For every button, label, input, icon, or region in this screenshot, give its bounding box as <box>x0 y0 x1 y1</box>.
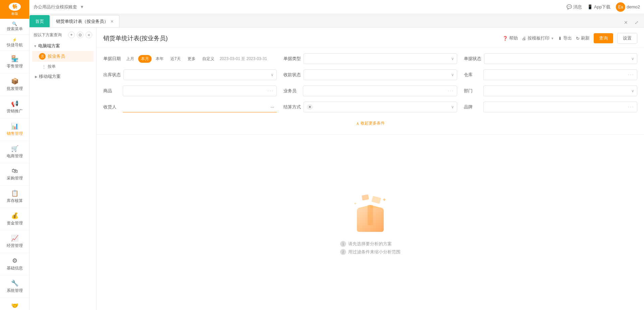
system-label: 系统管理 <box>1 288 28 294</box>
sidebar-item-system[interactable]: 🔧 系统管理 <box>0 275 29 298</box>
retail-icon: 🏪 <box>1 55 28 62</box>
query-btn[interactable]: 查询 <box>594 33 613 43</box>
payment-label: 结算方式 <box>283 104 301 110</box>
svg-rect-3 <box>362 194 369 200</box>
salesperson-scheme-label: 按业务员 <box>48 53 65 59</box>
goods-label: 商品 <box>103 88 120 94</box>
collapse-bar[interactable]: ∧ 收起更多条件 <box>103 118 637 129</box>
payment-tag[interactable]: × <box>307 104 313 110</box>
date-btn-this-year[interactable]: 本年 <box>153 55 166 63</box>
filter-salesperson: 业务员 ··· <box>283 86 457 96</box>
app-download-btn[interactable]: 📱 App下载 <box>587 4 610 10</box>
sidebar-item-basic[interactable]: ⚙ 基础信息 <box>0 253 29 275</box>
salesperson-input[interactable]: ··· <box>303 86 457 96</box>
refresh-btn[interactable]: ↻ 刷新 <box>576 35 590 41</box>
dept-input[interactable]: ∨ <box>483 86 637 96</box>
operation-label: 经营管理 <box>1 243 28 249</box>
scheme-item-salesperson[interactable]: 员 按业务员 <box>32 51 94 62</box>
sidebar-item-ecommerce[interactable]: 🛒 电商管理 <box>0 141 29 163</box>
filter-collect-status: 收款状态 ∨ <box>283 69 457 80</box>
date-btn-more[interactable]: 更多 <box>185 55 198 63</box>
sidebar-item-wholesale[interactable]: 📦 批发管理 <box>0 73 29 96</box>
receiver-input[interactable]: ··· <box>123 102 277 112</box>
sidebar-item-sales[interactable]: 📊 销售管理 <box>0 118 29 141</box>
enterprise-icon: 🤝 <box>1 302 28 309</box>
window-expand-btn[interactable]: ⤢ <box>632 18 641 27</box>
add-scheme-btn[interactable]: + <box>68 32 75 38</box>
tab-home[interactable]: 首页 <box>30 15 50 27</box>
retail-label: 零售管理 <box>1 63 28 69</box>
scheme-item-order[interactable]: ⋮ 按单 <box>32 62 94 71</box>
warehouse-label: 仓库 <box>464 72 481 78</box>
sidebar-item-operation[interactable]: 📈 经营管理 <box>0 230 29 253</box>
salesperson-label: 业务员 <box>283 88 300 94</box>
payment-chevron: ∨ <box>451 105 454 109</box>
message-btn[interactable]: 💬 消息 <box>567 4 582 10</box>
finance-label: 资金管理 <box>1 220 28 226</box>
wholesale-label: 批发管理 <box>1 86 28 92</box>
sidebar-item-enterprise[interactable]: 🤝 企业协同 <box>0 298 29 310</box>
logo-icon: 畅 <box>9 3 21 11</box>
tab-close-icon[interactable]: ✕ <box>110 19 114 24</box>
date-btn-7days[interactable]: 近7天 <box>168 55 183 63</box>
brand-input[interactable]: ··· <box>483 102 637 112</box>
topbar-right: 💬 消息 📱 App下载 Ea demo2 <box>567 2 640 12</box>
out-status-input[interactable]: ∨ <box>123 69 277 80</box>
payment-input[interactable]: × ∨ <box>304 102 457 112</box>
sidebar-item-marketing[interactable]: 📢 营销推广 <box>0 96 29 118</box>
sidebar-item-retail[interactable]: 🏪 零售管理 <box>0 51 29 73</box>
tab-sales-report[interactable]: 销货单统计表（按业务员） ✕ <box>50 15 119 27</box>
left-panel-header: 按以下方案查询 + ⊙ « <box>30 32 96 41</box>
sidebar-item-purchase[interactable]: 🛍 采购管理 <box>0 163 29 186</box>
window-close-btn[interactable]: ✕ <box>621 18 631 27</box>
filter-area: 单据日期 上月 本月 本年 近7天 更多 自定义 2023-03-01 至 20… <box>97 48 644 135</box>
date-btn-last-month[interactable]: 上月 <box>123 55 137 63</box>
date-btn-this-month[interactable]: 本月 <box>138 55 152 63</box>
right-panel: 销货单统计表(按业务员) ❓ 帮助 🖨 按模板打印 ▼ ⬇ 导出 <box>97 28 644 310</box>
date-label: 单据日期 <box>103 56 121 62</box>
collect-status-input[interactable]: ∨ <box>304 69 457 80</box>
doc-status-label: 单据状态 <box>464 56 481 62</box>
brand-dots: ··· <box>628 104 634 110</box>
collect-status-chevron: ∨ <box>451 72 454 77</box>
export-btn[interactable]: ⬇ 导出 <box>558 35 572 41</box>
sales-icon: 📊 <box>1 122 28 130</box>
filter-doc-type: 单据类型 ∨ <box>283 53 457 64</box>
marketing-label: 营销推广 <box>1 108 28 114</box>
inventory-label: 库存核算 <box>1 198 28 204</box>
topbar-dropdown-icon[interactable]: ▼ <box>80 4 84 9</box>
collapse-scheme-btn[interactable]: « <box>86 32 92 38</box>
purchase-label: 采购管理 <box>1 175 28 181</box>
sidebar-item-inventory[interactable]: 📋 库存核算 <box>0 186 29 208</box>
print-btn[interactable]: 🖨 按模板打印 ▼ <box>522 35 554 41</box>
finance-icon: 💰 <box>1 212 28 219</box>
order-scheme-label: 按单 <box>48 64 56 69</box>
pc-scheme-title[interactable]: ▼ 电脑端方案 <box>32 41 94 51</box>
collapse-icon: ∧ <box>356 121 359 126</box>
help-label: 帮助 <box>509 35 518 41</box>
sidebar-search[interactable]: 🔍 搜索菜单 <box>0 19 29 35</box>
settings-btn[interactable]: 设置 <box>617 33 637 44</box>
salesperson-scheme-icon: 员 <box>39 53 46 60</box>
empty-illustration: ✦ ✦ <box>343 190 397 237</box>
warehouse-input[interactable]: ··· <box>483 69 637 80</box>
message-label: 消息 <box>573 4 582 10</box>
filter-receiver: 收货人 ··· <box>103 102 277 112</box>
doc-type-input[interactable]: ∨ <box>304 53 457 64</box>
sidebar-item-finance[interactable]: 💰 资金管理 <box>0 208 29 230</box>
ecommerce-label: 电商管理 <box>1 153 28 159</box>
mobile-scheme-group[interactable]: ▶ 移动端方案 <box>30 71 96 82</box>
doc-status-input[interactable]: ∨ <box>484 53 637 64</box>
user-info[interactable]: Ea demo2 <box>616 2 640 12</box>
left-panel-actions: + ⊙ « <box>68 32 92 38</box>
sidebar-quick-nav[interactable]: ⚡ 快捷导航 <box>0 35 29 51</box>
settings-scheme-btn[interactable]: ⊙ <box>77 32 84 38</box>
date-btn-custom[interactable]: 自定义 <box>200 55 217 63</box>
pc-scheme-label: 电脑端方案 <box>38 43 60 49</box>
goods-input[interactable]: ··· <box>123 86 277 96</box>
download-icon: 📱 <box>587 4 593 9</box>
svg-rect-1 <box>368 205 373 225</box>
hint-text-2: 用过滤条件来缩小分析范围 <box>348 249 400 255</box>
help-btn[interactable]: ❓ 帮助 <box>502 35 518 41</box>
svg-text:✦: ✦ <box>382 197 386 203</box>
